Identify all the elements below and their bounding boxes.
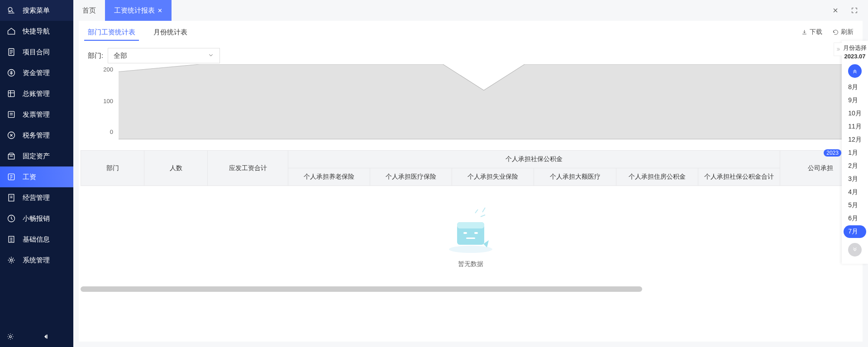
- sidebar-bottom: [0, 327, 73, 347]
- sidebar-item-quick-nav[interactable]: 快捷导航: [0, 21, 73, 42]
- sidebar-item-invoice[interactable]: 发票管理: [0, 104, 73, 125]
- sidebar-item-label: 经营管理: [23, 194, 50, 202]
- sidebar-item-ledger[interactable]: 总账管理: [0, 83, 73, 104]
- filter-label: 部门:: [88, 52, 103, 60]
- tab-label: 首页: [82, 6, 96, 15]
- month-option[interactable]: 9月: [844, 94, 866, 107]
- sidebar-item-label: 总账管理: [23, 90, 50, 98]
- ytick-100: 100: [98, 98, 113, 105]
- sidebar-item-label: 系统管理: [23, 256, 50, 265]
- month-panel-title: 月份选择: [843, 44, 867, 52]
- month-list: 8月9月10月11月12月1月20232月3月4月5月6月7月: [844, 81, 866, 238]
- empty-illustration-icon: [444, 204, 498, 254]
- th-c3: 个人承担失业保险: [452, 168, 534, 186]
- th-total: 应发工资合计: [208, 151, 288, 186]
- ytick-200: 200: [98, 66, 113, 73]
- subtab-dept[interactable]: 部门工资统计表: [79, 21, 144, 43]
- top-right: [828, 0, 868, 21]
- scrollbar-thumb[interactable]: [81, 286, 642, 292]
- biz-icon: [6, 193, 16, 203]
- sidebar-item-fund[interactable]: 资金管理: [0, 62, 73, 83]
- sidebar-item-tax[interactable]: 税务管理: [0, 125, 73, 146]
- sidebar-item-label: 基础信息: [23, 235, 50, 244]
- month-option[interactable]: 8月: [844, 81, 866, 94]
- svg-rect-19: [463, 232, 467, 234]
- month-option[interactable]: 2月: [844, 160, 866, 172]
- sidebar-item-label: 快捷导航: [23, 27, 50, 36]
- system-icon: [6, 255, 16, 265]
- select-value: 全部: [114, 52, 127, 60]
- panel-collapse-handle[interactable]: [834, 43, 842, 56]
- th-dept: 部门: [81, 151, 144, 186]
- svg-rect-4: [8, 111, 14, 117]
- main: 首页 工资统计报表 ✕ 部门工资统计表 月份统计表: [73, 0, 868, 347]
- top-tabs: 首页 工资统计报表 ✕: [73, 0, 868, 21]
- search-list-icon: [6, 5, 16, 15]
- month-option[interactable]: 7月: [844, 225, 866, 238]
- month-option[interactable]: 3月: [844, 173, 866, 185]
- month-panel-date: 2023.07: [844, 53, 866, 60]
- table-wrap[interactable]: 部门 人数 应发工资合计 个人承担社保公积金 公司承担 个人承担养老保险 个人承…: [81, 150, 861, 286]
- svg-point-0: [8, 7, 12, 11]
- home-icon: [6, 26, 16, 36]
- ytick-0: 0: [98, 128, 113, 135]
- th-count: 人数: [144, 151, 208, 186]
- chevron-down-icon: [208, 52, 214, 60]
- sidebar-item-label: 搜索菜单: [23, 6, 50, 15]
- horizontal-scrollbar[interactable]: [81, 286, 861, 292]
- base-icon: [6, 234, 16, 244]
- sidebar-item-label: 发票管理: [23, 110, 50, 119]
- sidebar-item-contract[interactable]: 项目合同: [0, 42, 73, 62]
- svg-rect-3: [8, 90, 14, 96]
- refresh-button[interactable]: 刷新: [832, 28, 854, 36]
- tab-salary-report[interactable]: 工资统计报表 ✕: [105, 0, 172, 21]
- svg-point-11: [10, 259, 13, 261]
- sidebar-item-system[interactable]: 系统管理: [0, 250, 73, 271]
- salary-icon: [6, 172, 16, 182]
- chevron-up-double-icon: [852, 68, 858, 74]
- sidebar-item-label: 工资: [23, 173, 36, 181]
- sidebar-item-asset[interactable]: 固定资产: [0, 146, 73, 166]
- invoice-icon: [6, 109, 16, 119]
- sidebar-item-salary[interactable]: 工资: [0, 166, 73, 187]
- month-option[interactable]: 12月: [844, 133, 866, 146]
- year-badge: 2023: [824, 149, 841, 157]
- sidebar-item-baseinfo[interactable]: 基础信息: [0, 229, 73, 250]
- svg-rect-21: [466, 238, 475, 239]
- empty-text: 暂无数据: [458, 260, 483, 268]
- contract-icon: [6, 47, 16, 57]
- tab-home[interactable]: 首页: [73, 0, 105, 21]
- month-option[interactable]: 5月: [844, 199, 866, 212]
- month-option[interactable]: 1月2023: [844, 147, 866, 159]
- month-scroll-up[interactable]: [848, 64, 862, 78]
- month-panel: 月份选择 2023.07 8月9月10月11月12月1月20232月3月4月5月…: [842, 41, 868, 264]
- sidebar-item-reimburse[interactable]: 小畅报销: [0, 208, 73, 229]
- th-c1: 个人承担养老保险: [288, 168, 370, 186]
- subtab-month[interactable]: 月份统计表: [144, 21, 196, 43]
- settings-icon[interactable]: [6, 333, 14, 342]
- sidebar-item-business[interactable]: 经营管理: [0, 187, 73, 208]
- th-c5: 个人承担住房公积金: [616, 168, 698, 186]
- sidebar-item-search-menu[interactable]: 搜索菜单: [0, 0, 73, 21]
- th-c4: 个人承担大额医疗: [534, 168, 616, 186]
- month-option[interactable]: 4月: [844, 186, 866, 199]
- month-scroll-down[interactable]: [848, 243, 862, 257]
- month-option[interactable]: 11月: [844, 120, 866, 133]
- close-icon[interactable]: ✕: [157, 7, 162, 14]
- download-button[interactable]: 下载: [801, 28, 822, 36]
- content-card: 部门工资统计表 月份统计表 下载 刷新 部门: 全部: [79, 21, 863, 342]
- close-all-icon[interactable]: [828, 3, 843, 18]
- chevron-down-double-icon: [852, 247, 858, 253]
- th-c6: 个人承担社保公积金合计: [698, 168, 780, 186]
- sidebar-item-label: 税务管理: [23, 131, 50, 140]
- download-label: 下载: [810, 28, 822, 36]
- reimburse-icon: [6, 214, 16, 223]
- sidebar-item-label: 资金管理: [23, 69, 50, 77]
- refresh-label: 刷新: [841, 28, 854, 36]
- salary-table: 部门 人数 应发工资合计 个人承担社保公积金 公司承担 个人承担养老保险 个人承…: [81, 150, 861, 186]
- sub-actions: 下载 刷新: [801, 28, 863, 36]
- month-option[interactable]: 6月: [844, 212, 866, 225]
- collapse-icon[interactable]: [42, 333, 50, 342]
- month-option[interactable]: 10月: [844, 107, 866, 120]
- fullscreen-icon[interactable]: [847, 3, 862, 18]
